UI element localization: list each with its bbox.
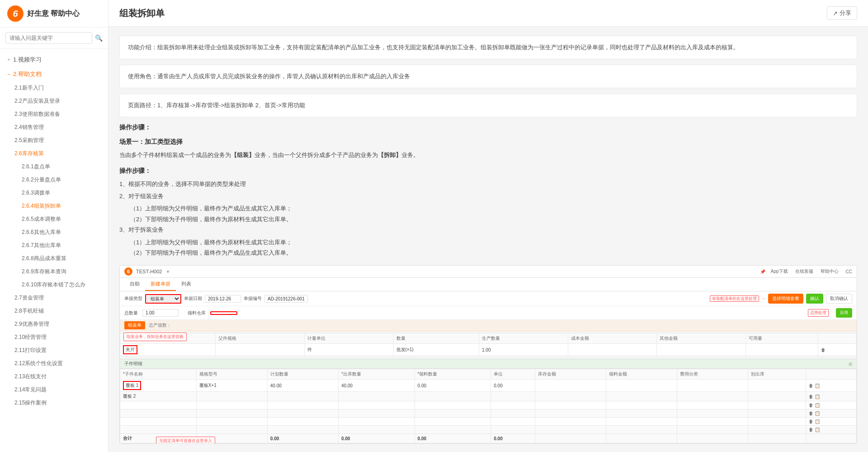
- step-2-2: （2）下部明细为子件明细，最终作为原材料生成其它出库单。: [119, 214, 857, 224]
- sidebar-item-video[interactable]: + 1.视频学习: [0, 52, 108, 67]
- step-3-2: （2）下部明细为子件明细，最终作为产成品生成其它入库单。: [119, 247, 857, 258]
- nav-tree: + 1.视频学习 − 2.帮助文档 2.1新手入门 2.2产品安装及登录 2.3…: [0, 49, 108, 452]
- sidebar-item-mobile[interactable]: 2.8手机旺铺: [0, 305, 108, 318]
- sidebar-item-help-docs[interactable]: − 2.帮助文档: [0, 67, 108, 81]
- intro-text-2: 使用角色：通常由生产人员或库管人员完成拆装业务的操作，库管人员确认原材料的出库和…: [128, 73, 410, 80]
- sidebar-item-faq[interactable]: 2.14常见问题: [0, 383, 108, 396]
- mock-tab-new[interactable]: 新建单据: [145, 278, 176, 291]
- site-title: 好生意 帮助中心: [27, 9, 80, 19]
- scene1-desc: 当由多个子件材料组装成一个成品的业务为【组装】业务，当由一个父件拆分成多个子产品…: [119, 150, 857, 160]
- mock-cancel-btn[interactable]: 取消确认: [826, 294, 852, 304]
- mock-tab-self[interactable]: 自助: [124, 278, 145, 291]
- sidebar-item-print[interactable]: 2.11打印设置: [0, 344, 108, 357]
- table-row: 🗑 📋: [120, 401, 857, 409]
- mock-warehouse-input[interactable]: [210, 311, 237, 315]
- sidebar-item-purchase[interactable]: 2.5采购管理: [0, 134, 108, 147]
- mock-upper-table: *父件名称 父件规格 计量单位 数量 生产数量 成本金额 其他金额 可用量: [120, 333, 857, 356]
- mock-topbar: 6 TEST-H002 ▼ 📌 App下载 在线客服 帮助中心 CC: [120, 266, 857, 278]
- sidebar-item-stocktake[interactable]: 2.6.1盘点单: [0, 160, 108, 173]
- sidebar-item-custom[interactable]: 2.12系统个性化设置: [0, 357, 108, 370]
- mock-type-select[interactable]: 组装单 拆卸单: [145, 294, 181, 304]
- path-text: 页面路径：1、库存核算->库存管理->组装拆卸单 2、首页->常用功能: [128, 102, 305, 109]
- annotation-process: 启用处理: [808, 309, 829, 317]
- search-icon[interactable]: 🔍: [95, 34, 103, 42]
- sidebar-item-assembly[interactable]: 2.6.4组装拆卸单: [0, 200, 108, 213]
- scene1-heading: 场景一：加工类型选择: [119, 138, 857, 146]
- step-2-1: （1）上部明细为父件明细，最终作为产成品生成其它入库单；: [119, 203, 857, 214]
- sidebar-item-cost-adjust[interactable]: 2.6.5成本调整单: [0, 213, 108, 226]
- sidebar-item-data-prep[interactable]: 2.3使用前数据准备: [0, 108, 108, 121]
- step-2: 2、对于组装业务: [119, 191, 857, 201]
- ops-heading: 操作步骤：: [119, 124, 857, 132]
- main-header: 组装拆卸单 ↗ 分享: [108, 0, 868, 27]
- page-title: 组装拆卸单: [119, 7, 165, 19]
- mock-apply-btn[interactable]: 应用: [836, 308, 852, 318]
- search-input[interactable]: [5, 32, 92, 44]
- table-row: 覆板 1 覆板X+1 40.00 40.00 0.00 0.00 🗑: [120, 380, 857, 392]
- sidebar-item-transfer[interactable]: 2.6.3调拨单: [0, 186, 108, 200]
- annotation-clearance: 有装配清单的在这里处理: [710, 295, 759, 302]
- intro-block-1: 功能介绍：组装拆卸单用来处理企业组装或拆卸等加工业务，支持有固定装配清单的产品加…: [119, 36, 857, 59]
- table-footer: 合计 0.00 0.00 0.00 0.00: [120, 434, 857, 443]
- intro-text-1: 功能介绍：组装拆卸单用来处理企业组装或拆卸等加工业务，支持有固定装配清单的产品加…: [128, 44, 739, 51]
- sidebar-item-install[interactable]: 2.2产品安装及登录: [0, 95, 108, 108]
- sidebar-item-goods-cost[interactable]: 2.6.8商品成本重算: [0, 252, 108, 265]
- table-row: 🗑 📋: [120, 426, 857, 434]
- search-box: 🔍: [0, 28, 108, 49]
- sidebar-item-inventory[interactable]: 2.6库存核算: [0, 147, 108, 160]
- content-area: 功能介绍：组装拆卸单用来处理企业组装或拆卸等加工业务，支持有固定装配清单的产品加…: [108, 27, 868, 452]
- sidebar-item-coupon[interactable]: 2.9优惠券管理: [0, 318, 108, 331]
- main: 组装拆卸单 ↗ 分享 功能介绍：组装拆卸单用来处理企业组装或拆卸等加工业务，支持…: [108, 0, 868, 452]
- step-3: 3、对于拆装业务: [119, 224, 857, 235]
- annotation-no-clearance: 无固定清单可直接在这里录入: [156, 437, 215, 444]
- sidebar-item-cash[interactable]: 2.7资金管理: [0, 291, 108, 305]
- sidebar-header: 6 好生意 帮助中心: [0, 0, 108, 28]
- table-row: 夹片 件 批发(×1) 1.00 🗑: [120, 344, 857, 356]
- mock-nav: 自助 新建单据 列表: [120, 278, 857, 291]
- sidebar-item-ops[interactable]: 2.10经营管理: [0, 331, 108, 344]
- sidebar-item-sales[interactable]: 2.4销售管理: [0, 121, 108, 134]
- mock-form-row: 总数量 1.00 领料仓库 启用处理 应用: [120, 306, 857, 320]
- mock-confirm-btn[interactable]: 确认: [806, 294, 823, 304]
- mock-subheader: 组装单 总产值数：: [120, 320, 857, 331]
- table-row: 🗑 📋: [120, 409, 857, 418]
- mock-upper-table-wrap: *父件名称 父件规格 计量单位 数量 生产数量 成本金额 其他金额 可用量: [120, 333, 857, 356]
- sidebar-item-other-in[interactable]: 2.6.6其他入库单: [0, 226, 108, 239]
- sidebar-item-new-user[interactable]: 2.1新手入门: [0, 81, 108, 95]
- mock-form-toolbar: 单据类型 组装单 拆卸单 单据日期 2019-12-26 单据编号 AD-201…: [120, 291, 857, 306]
- step-1: 1、根据不同的业务，选择不同单据的类型来处理: [119, 179, 857, 189]
- logo: 6: [7, 5, 24, 22]
- intro-block-2: 使用角色：通常由生产人员或库管人员完成拆装业务的操作，库管人员确认原材料的出库和…: [119, 65, 857, 88]
- sidebar-item-partial-stocktake[interactable]: 2.6.2分量盘点单: [0, 173, 108, 186]
- screenshot-mockup: 6 TEST-H002 ▼ 📌 App下载 在线客服 帮助中心 CC 自助 新建…: [119, 265, 857, 444]
- table-row: 覆板 2 🗑 📋: [120, 392, 857, 401]
- step-3-1: （1）上部明细为父件明细，最终作为原材料生成其它出库单；: [119, 237, 857, 247]
- mock-date: 2019-12-26: [205, 295, 241, 303]
- mock-code: AD-20191226-001: [264, 295, 308, 303]
- sidebar-item-account-error[interactable]: 2.6.10库存账本错了怎么办: [0, 278, 108, 291]
- share-button[interactable]: ↗ 分享: [827, 6, 857, 20]
- table-row: 🗑 📋: [120, 418, 857, 426]
- mock-tab-list[interactable]: 列表: [176, 278, 197, 291]
- sidebar-item-cases[interactable]: 2.15操作案例: [0, 396, 108, 409]
- sidebar-item-other-out[interactable]: 2.6.7其他出库单: [0, 239, 108, 252]
- mock-lower-table: *子件名称 规格型号 计划数量 *出库数量 *领料数量 单位 库存金额 领料金额…: [120, 369, 857, 443]
- annotation-switch: 组装业务，拆卸业务在这里切换: [123, 333, 187, 341]
- sidebar: 6 好生意 帮助中心 🔍 + 1.视频学习 − 2.帮助文档 2.1新手入门 2…: [0, 0, 108, 452]
- steps-heading: 操作步骤：: [119, 167, 857, 175]
- mock-select-btn[interactable]: 选择明细套餐: [768, 294, 803, 304]
- path-block: 页面路径：1、库存核算->库存管理->组装拆卸单 2、首页->常用功能: [119, 94, 857, 117]
- sidebar-item-stock-check[interactable]: 2.6.9库存账本查询: [0, 265, 108, 278]
- mock-lower-header: 子件明细 ⊞: [120, 359, 857, 369]
- sidebar-item-online-pay[interactable]: 2.13在线支付: [0, 370, 108, 383]
- mock-company: TEST-H002: [136, 269, 162, 274]
